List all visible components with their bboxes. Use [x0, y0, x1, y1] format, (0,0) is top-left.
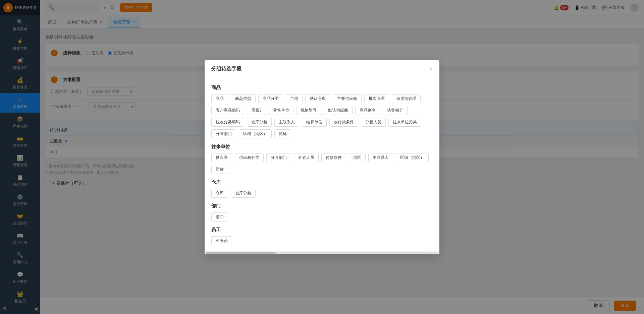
field-tag[interactable]: 主联系人: [368, 153, 393, 162]
field-tag[interactable]: 简称: [211, 165, 228, 174]
field-tag[interactable]: 保质期管理: [392, 94, 421, 103]
field-tag[interactable]: 重量3: [247, 106, 266, 115]
field-tag[interactable]: 付款条件: [321, 153, 346, 162]
field-tags-staff: 业务员: [211, 236, 433, 245]
section-title-staff: 员工: [211, 227, 433, 233]
field-tag[interactable]: 主联系人: [274, 118, 299, 127]
field-tag[interactable]: 区域（地区）: [239, 129, 272, 138]
section-title-warehouse: 仓库: [211, 179, 433, 185]
hscroll-thumb[interactable]: [206, 252, 276, 254]
field-tag[interactable]: 规格型号: [296, 106, 321, 115]
field-tags-warehouse: 仓库 仓库分类: [211, 189, 433, 198]
field-tag[interactable]: 仓库: [211, 189, 228, 198]
field-tag[interactable]: 区域（地区）: [396, 153, 429, 162]
field-tag[interactable]: 批次管理: [364, 94, 389, 103]
field-tag[interactable]: 收付款条件: [329, 118, 358, 127]
field-tag[interactable]: 拣货积分: [383, 106, 408, 115]
section-title-goods: 商品: [211, 85, 433, 91]
field-tag[interactable]: 默认供应商: [324, 106, 353, 115]
field-tag[interactable]: 分管部门: [211, 129, 236, 138]
field-tag[interactable]: 供应商: [211, 153, 232, 162]
field-tag[interactable]: 商品别名: [355, 106, 380, 115]
modal-hscrollbar[interactable]: [205, 251, 439, 254]
field-tags-goods: 商品 商品类型 商品分类 产地 默认仓库 主要供应商 批次管理 保质期管理 客户…: [211, 94, 433, 138]
modal-body: 商品 商品 商品类型 商品分类 产地 默认仓库 主要供应商 批次管理 保质期管理…: [205, 78, 439, 251]
field-tags-counterparty: 供应商 供应商分类 分管部门 分管人员 付款条件 地区 主联系人 区域（地区） …: [211, 153, 433, 174]
hscroll-track: [206, 252, 438, 254]
modal-close-btn[interactable]: ×: [429, 65, 433, 72]
modal-dialog: 分组待选字段 × 商品 商品 商品类型 商品分类 产地 默认仓库 主要供应商 批…: [205, 60, 439, 254]
field-tag[interactable]: 简称: [274, 129, 291, 138]
modal-header: 分组待选字段 ×: [205, 60, 439, 78]
field-tag[interactable]: 分管人员: [361, 118, 386, 127]
field-tag[interactable]: 商品分类: [258, 94, 283, 103]
field-tag[interactable]: 仓库分类: [247, 118, 272, 127]
field-tag[interactable]: 客户商品编码: [211, 106, 244, 115]
field-tag[interactable]: 供应商分类: [235, 153, 264, 162]
field-tag[interactable]: 分管人员: [294, 153, 319, 162]
field-tag[interactable]: 产地: [286, 94, 303, 103]
field-tag[interactable]: 部门: [211, 212, 228, 222]
field-tag[interactable]: 结算单位: [302, 118, 327, 127]
field-tag[interactable]: 业务员: [211, 236, 232, 245]
field-tag[interactable]: 仓库分类: [231, 189, 256, 198]
section-title-dept: 部门: [211, 203, 433, 209]
field-tag[interactable]: 默认仓库: [305, 94, 330, 103]
modal-overlay[interactable]: 分组待选字段 × 商品 商品 商品类型 商品分类 产地 默认仓库 主要供应商 批…: [0, 0, 644, 314]
field-tag[interactable]: 零售单位: [269, 106, 293, 115]
field-tag[interactable]: 税收分类编码: [211, 118, 244, 127]
field-tag[interactable]: 分管部门: [266, 153, 291, 162]
field-tag[interactable]: 商品: [211, 94, 228, 103]
field-tag[interactable]: 商品类型: [231, 94, 256, 103]
section-title-counterparty: 往来单位: [211, 144, 433, 150]
field-tag[interactable]: 往来单位分类: [388, 118, 421, 127]
field-tag[interactable]: 地区: [349, 153, 366, 162]
field-tags-dept: 部门: [211, 212, 433, 222]
field-tag[interactable]: 主要供应商: [333, 94, 362, 103]
modal-title: 分组待选字段: [211, 66, 241, 72]
